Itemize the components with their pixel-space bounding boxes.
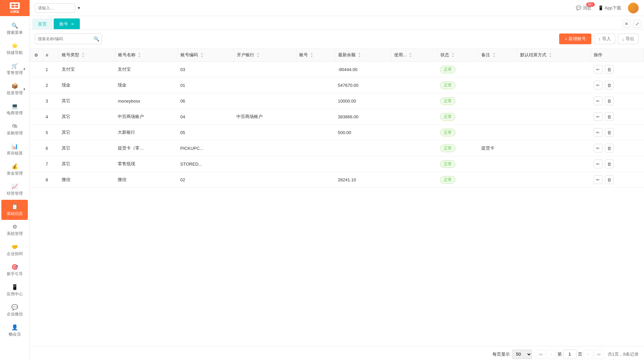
tab-home[interactable]: 首页: [32, 18, 52, 29]
import-button[interactable]: ↑ 导入: [594, 34, 615, 44]
tab-account[interactable]: 账号 ✕: [54, 18, 80, 29]
account-table: ⚙ # 账号类型 ▲▼ 账号名称 ▲▼ 账号编码 ▲▼ 开户银行 ▲▼ 账号 ▲…: [30, 49, 644, 188]
sidebar-item-operation[interactable]: 📈 经营管理: [0, 180, 29, 200]
sidebar-item-basic-info[interactable]: 📋 基础信息: [1, 200, 28, 220]
sidebar-icon-wholesale-manage: 📦: [11, 82, 18, 89]
avatar[interactable]: [628, 3, 639, 13]
next-page-btn[interactable]: ›: [584, 350, 593, 359]
delete-button[interactable]: 🗑: [605, 128, 613, 137]
table-row: 3 其它 moneybosx 06 10000.00 正常 ✏ 🗑: [30, 93, 644, 109]
tab-close-icon[interactable]: ✕: [71, 22, 74, 26]
gear-column-header[interactable]: ⚙: [30, 49, 43, 62]
sidebar-item-app-center[interactable]: 📱 应用中心: [0, 280, 29, 300]
settlement-column-header[interactable]: 默认结算方式 ▲▼: [518, 49, 591, 62]
sidebar-item-enterprise-wechat[interactable]: 💬 企业微信: [0, 300, 29, 320]
row-action: ✏ 🗑: [591, 77, 644, 93]
sidebar-label-new-guide: 新手引导: [7, 271, 23, 277]
row-usage: [391, 172, 437, 188]
edit-button[interactable]: ✏: [594, 81, 602, 89]
code-column-header[interactable]: 账号编码 ▲▼: [178, 49, 234, 62]
sidebar-item-inventory[interactable]: 📊 库存核算: [0, 139, 29, 160]
row-account: [296, 77, 335, 93]
per-page-dropdown[interactable]: 50 100 200: [512, 350, 532, 359]
sidebar-item-retail-manage[interactable]: 🛒 零售管理: [0, 59, 29, 79]
sidebar-item-system[interactable]: ⚙ 系统管理: [0, 220, 29, 240]
table-wrap: ⚙ # 账号类型 ▲▼ 账号名称 ▲▼ 账号编码 ▲▼ 开户银行 ▲▼ 账号 ▲…: [30, 49, 644, 346]
row-remark: [479, 125, 518, 140]
logo-icon: [10, 2, 20, 9]
usage-column-header[interactable]: 使用... ▲▼: [391, 49, 437, 62]
sidebar-item-new-guide[interactable]: 🎯 新手引导: [0, 260, 29, 280]
row-action: ✏ 🗑: [591, 109, 644, 125]
page-prefix-label: 第: [557, 351, 562, 357]
row-settlement: [518, 140, 591, 156]
app-download-button[interactable]: 📱 App下载: [598, 5, 621, 11]
prev-page-btn[interactable]: ‹: [547, 350, 556, 359]
row-balance: 500.00: [335, 125, 391, 140]
page-number-input[interactable]: [563, 350, 577, 359]
app-download-label: App下载: [605, 5, 621, 11]
edit-button[interactable]: ✏: [594, 144, 602, 153]
table-row: 5 其它 大新银行 05 500.00 正常 ✏ 🗑: [30, 125, 644, 140]
delete-button[interactable]: 🗑: [605, 112, 613, 121]
row-usage: [391, 125, 437, 140]
row-name: 大新银行: [115, 125, 177, 140]
chevron-down-icon: ▾: [78, 5, 80, 10]
first-page-btn[interactable]: ⏮: [536, 350, 545, 359]
delete-button[interactable]: 🗑: [605, 81, 613, 89]
sidebar-item-purchase-manage[interactable]: 🛍 采购管理: [0, 119, 29, 139]
message-button[interactable]: 💬 消息 99+: [576, 5, 591, 11]
sidebar-item-enterprise-agreement[interactable]: 🤝 企业协同: [0, 240, 29, 260]
action-column-header: 操作: [591, 49, 644, 62]
tab-close-action[interactable]: ✕: [623, 20, 631, 28]
account-search-input[interactable]: [35, 34, 91, 44]
status-badge: 正常: [440, 176, 455, 184]
sidebar-label-app-center: 应用中心: [7, 291, 23, 297]
edit-button[interactable]: ✏: [594, 160, 602, 168]
edit-button[interactable]: ✏: [594, 175, 602, 184]
sidebar-label-retail-manage: 零售管理: [7, 70, 23, 76]
delete-button[interactable]: 🗑: [605, 160, 613, 168]
sidebar-item-ecommerce[interactable]: 💻 电商管理: [0, 99, 29, 119]
edit-button[interactable]: ✏: [594, 112, 602, 121]
last-page-btn[interactable]: ⏭: [594, 350, 604, 359]
delete-button[interactable]: 🗑: [605, 175, 613, 184]
export-button[interactable]: ↓ 导出: [618, 34, 639, 44]
gear-icon[interactable]: ⚙: [32, 53, 40, 58]
delete-button[interactable]: 🗑: [605, 144, 613, 153]
row-bank: [234, 93, 296, 109]
header-search-input[interactable]: [35, 3, 75, 13]
remark-column-header[interactable]: 备注 ▲▼: [479, 49, 518, 62]
sidebar-item-wholesale-manage[interactable]: 📦 批发管理: [0, 79, 29, 99]
row-gear: [30, 172, 43, 188]
sidebar-item-member[interactable]: 👤 畅会员: [0, 320, 29, 341]
balance-column-header[interactable]: 最新余额 ▲▼: [335, 49, 391, 62]
row-gear: [30, 156, 43, 172]
type-column-header[interactable]: 账号类型 ▲▼: [59, 49, 115, 62]
edit-button[interactable]: ✏: [594, 128, 602, 137]
tab-expand-action[interactable]: ⤢: [633, 20, 641, 28]
edit-button[interactable]: ✏: [594, 65, 602, 74]
sidebar: 乐牌版 🔍 搜索菜单 ⭐ 快捷导航 🛒 零售管理 📦 批发管理 💻 电商管理 🛍…: [0, 0, 30, 362]
row-settlement: [518, 62, 591, 77]
sidebar-item-finance[interactable]: 💰 资金管理: [0, 160, 29, 180]
delete-button[interactable]: 🗑: [605, 97, 613, 105]
account-search-btn[interactable]: 🔍: [91, 34, 102, 44]
row-balance: 10000.00: [335, 93, 391, 109]
row-action: ✏ 🗑: [591, 172, 644, 188]
account-column-header[interactable]: 账号 ▲▼: [296, 49, 335, 62]
row-code: 04: [178, 109, 234, 125]
add-account-button[interactable]: + 新增账号: [559, 34, 591, 44]
delete-button[interactable]: 🗑: [605, 65, 613, 74]
edit-button[interactable]: ✏: [594, 97, 602, 105]
bank-column-header[interactable]: 开户银行 ▲▼: [234, 49, 296, 62]
row-usage: [391, 93, 437, 109]
sidebar-item-quick-nav[interactable]: ⭐ 快捷导航: [0, 39, 29, 59]
name-column-header[interactable]: 账号名称 ▲▼: [115, 49, 177, 62]
row-account: [296, 109, 335, 125]
sidebar-label-wholesale-manage: 批发管理: [7, 90, 23, 96]
sidebar-item-search-menu[interactable]: 🔍 搜索菜单: [0, 19, 29, 39]
status-column-header[interactable]: 状态 ▲▼: [437, 49, 479, 62]
table-row: 7 其它 零售抵现 STORED... 正常 ✏ 🗑: [30, 156, 644, 172]
header-dropdown[interactable]: ▾: [78, 5, 80, 10]
